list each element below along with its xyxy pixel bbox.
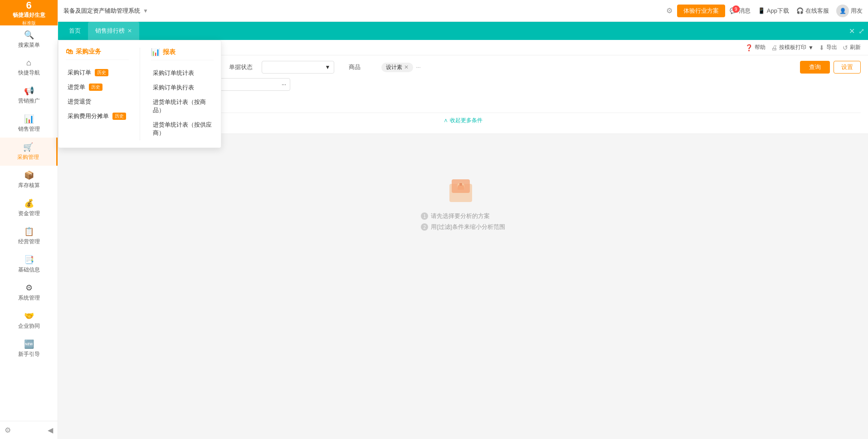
report-col-title: 报表 [163,48,176,56]
sidebar-item-search[interactable]: 🔍 搜索菜单 [0,25,58,54]
settings-bottom-btn[interactable]: ⚙ [5,426,11,434]
dropdown-arrow-icon[interactable]: ▼ [143,8,148,14]
goods-tag-text: 设计素 [386,64,402,71]
goods-more-dots[interactable]: ··· [416,64,420,70]
empty-tip-1-text: 请先选择要分析的方案 [431,212,490,220]
collapse-text: 收起更多条件 [450,117,483,123]
empty-tip-1: 1 请先选择要分析的方案 [421,212,505,220]
cart-icon: 🛒 [23,142,33,152]
dropdown-item-return[interactable]: 进货退货 [66,94,129,109]
refresh-btn[interactable]: ↺ 刷新 [843,44,861,51]
sidebar-item-guide[interactable]: 🆕 新手引导 [0,335,58,363]
avatar-icon: 👤 [839,8,846,14]
report-col-icon: 📊 [151,48,160,56]
tabs-close-all-btn[interactable]: ✕ [849,27,855,35]
sidebar-item-quick[interactable]: ⌂ 快捷导航 [0,54,58,81]
arrival-stat-supplier-label: 进货单统计表（按供应商） [153,121,212,137]
empty-tip-2: 2 用[过滤]条件来缩小分析范围 [421,223,505,231]
sys-title: 装备及固定资产辅助管理系统 ▼ [63,7,662,15]
sidebar-item-label-finance: 资金管理 [18,210,40,217]
tabs-bar: 首页 销售排行榜 ✕ ✕ ⤢ [58,22,868,40]
salesman-more-dots[interactable]: ··· [282,81,286,88]
export-icon: ⬇ [819,44,824,51]
dropdown-item-arrival[interactable]: 进货单 历史 [66,80,129,94]
dropdown-item-arrival-stat-goods[interactable]: 进货单统计表（按商品） [151,95,214,118]
doc-status-select[interactable]: ▼ [262,61,334,74]
arrival-history-badge: 历史 [89,84,102,91]
empty-state: 1 请先选择要分析的方案 2 用[过滤]条件来缩小分析范围 [58,134,868,267]
message-btn[interactable]: 💬 9 消息 [730,7,751,15]
box-icon: 📦 [24,170,34,180]
tabs-expand-btn[interactable]: ⤢ [858,27,864,35]
gear-icon: ⚙ [25,283,33,293]
salesman-select[interactable]: ··· [218,78,290,91]
tab-close-icon[interactable]: ✕ [127,28,132,34]
sidebar-logo: 6 畅捷通好生意 标准版 [0,0,58,25]
sidebar-item-operation[interactable]: 📋 经营管理 [0,222,58,250]
svg-rect-3 [458,185,464,190]
sidebar-item-label-system: 系统管理 [18,294,40,302]
top-header: 装备及固定资产辅助管理系统 ▼ ⚙ 体验行业方案 💬 9 消息 📱 App下载 … [58,0,868,22]
arrival-label: 进货单 [68,83,85,91]
dropdown-item-order-exec[interactable]: 采购订单执行表 [151,80,214,95]
app-download-label: App下载 [767,7,789,15]
return-label: 进货退货 [68,98,91,106]
dropdown-item-arrival-stat-supplier[interactable]: 进货单统计表（按供应商） [151,118,214,140]
tab-sales-rank-label: 销售排行榜 [95,27,125,35]
collapse-icon: ∧ [444,117,448,123]
dropdown-item-purchase-order[interactable]: 采购订单 历史 [66,65,129,80]
sidebar-item-inventory[interactable]: 📦 库存核算 [0,166,58,194]
headset-icon: 🎧 [796,7,804,14]
collapse-btn[interactable]: ◀ [48,426,53,434]
empty-dot-1: 1 [421,212,428,220]
purchase-order-label: 采购订单 [68,69,91,77]
sidebar-item-label-sales: 销售管理 [18,125,40,133]
purchase-col-header: 🛍 采购业务 [66,48,129,60]
sidebar-item-label-quick: 快捷导航 [18,69,40,77]
order-exec-label: 采购订单执行表 [153,84,194,92]
help-label: 帮助 [755,44,766,51]
sys-title-text: 装备及固定资产辅助管理系统 [63,7,140,15]
print-template-btn[interactable]: 🖨 按模板打印 ▼ [771,44,814,51]
dropdown-item-expense[interactable]: 采购费用分摊单 历史 [66,109,129,123]
sidebar-item-marketing[interactable]: 📢 营销推广 [0,81,58,109]
chart-icon: 📊 [24,114,34,124]
handshake-icon: 🤝 [24,311,34,321]
dropdown-item-order-stat[interactable]: 采购订单统计表 [151,66,214,80]
sidebar-item-label-operation: 经营管理 [18,238,40,246]
user-label: 用友 [851,7,863,15]
help-icon: ❓ [745,44,753,51]
online-service-btn[interactable]: 🎧 在线客服 [796,7,829,15]
export-btn[interactable]: ⬇ 导出 [819,44,837,51]
phone-icon: 📱 [758,7,765,14]
search-icon: 🔍 [24,30,34,40]
help-btn[interactable]: ❓ 帮助 [745,44,766,51]
header-gear-icon[interactable]: ⚙ [666,6,673,15]
purchase-col-icon: 🛍 [66,48,73,56]
clipboard-icon: 📋 [24,227,34,237]
tab-home[interactable]: 首页 [62,22,88,40]
tab-home-label: 首页 [69,27,81,35]
goods-label: 商品 [349,63,376,71]
arrival-stat-goods-label: 进货单统计表（按商品） [153,98,212,114]
doc-status-arrow-icon: ▼ [325,64,331,70]
goods-tag-close-icon[interactable]: ✕ [404,64,409,70]
sidebar-item-system[interactable]: ⚙ 系统管理 [0,278,58,306]
query-button[interactable]: 查询 [800,61,830,74]
empty-tip-2-text: 用[过滤]条件来缩小分析范围 [431,223,505,231]
sidebar-item-label-inventory: 库存核算 [18,182,40,189]
header-right: 💬 9 消息 📱 App下载 🎧 在线客服 👤 用友 [730,5,863,17]
print-dropdown-icon: ▼ [808,44,814,51]
sidebar-item-finance[interactable]: 💰 资金管理 [0,194,58,222]
user-btn[interactable]: 👤 用友 [836,5,863,17]
sidebar-item-corp[interactable]: 🤝 企业协同 [0,306,58,335]
trial-button[interactable]: 体验行业方案 [677,5,725,17]
sidebar-item-sales[interactable]: 📊 销售管理 [0,109,58,138]
new-icon: 🆕 [24,339,34,349]
sidebar-item-purchase[interactable]: 🛒 采购管理 [0,138,58,166]
setting-button[interactable]: 设置 [834,61,861,74]
sidebar-item-basic[interactable]: 📑 基础信息 [0,250,58,278]
purchase-order-history-badge: 历史 [95,69,108,76]
tab-sales-rank[interactable]: 销售排行榜 ✕ [88,22,139,40]
app-download-btn[interactable]: 📱 App下载 [758,7,789,15]
